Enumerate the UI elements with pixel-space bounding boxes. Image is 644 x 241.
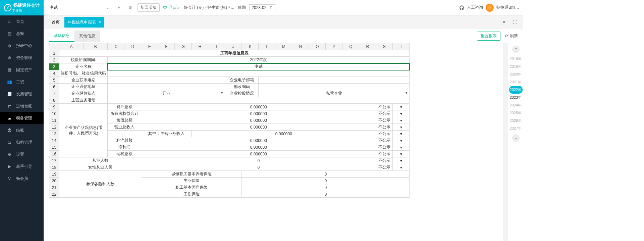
insurance-value[interactable]: 0: [242, 184, 410, 191]
col-head[interactable]: E: [141, 43, 158, 50]
row-head[interactable]: 9: [49, 104, 59, 110]
close-all-button[interactable]: ✕: [500, 18, 508, 26]
col-head[interactable]: N: [292, 43, 309, 50]
holding-select[interactable]: 私营企业: [259, 90, 410, 97]
col-head[interactable]: M: [275, 43, 292, 50]
col-head[interactable]: J: [225, 43, 242, 50]
fin-value[interactable]: 0.000000: [141, 104, 376, 110]
col-head[interactable]: T: [393, 43, 410, 50]
year-item[interactable]: 2026年: [509, 117, 523, 125]
fin-value[interactable]: 0.000000: [141, 144, 376, 151]
company-settings-button[interactable]: ⚙: [126, 4, 134, 12]
dropdown-icon[interactable]: ▾: [393, 144, 410, 151]
user-name[interactable]: 畅捷通B组…: [496, 5, 519, 10]
row-head[interactable]: 4: [49, 70, 59, 77]
publish-select[interactable]: 不公示: [376, 157, 393, 164]
row-head[interactable]: 2: [49, 57, 59, 63]
publish-select[interactable]: 不公示: [376, 104, 393, 110]
row-head[interactable]: 16: [49, 151, 59, 157]
row-head[interactable]: 1: [49, 50, 59, 57]
year-item[interactable]: 2018年: [509, 55, 523, 63]
publish-select[interactable]: 不公示: [376, 117, 393, 124]
fullscreen-button[interactable]: ⛶: [511, 18, 519, 26]
row-head[interactable]: 6: [49, 84, 59, 90]
phone-input[interactable]: [108, 77, 225, 84]
period-select[interactable]: 2023-02 🗓: [249, 4, 275, 11]
row-head[interactable]: 11: [49, 117, 59, 124]
female-employee-value[interactable]: 0: [141, 164, 376, 171]
sidebar-item-invoice[interactable]: 🧾发票管理: [0, 88, 44, 100]
dropdown-icon[interactable]: ▾: [393, 157, 410, 164]
row-head[interactable]: 8: [49, 97, 59, 104]
zip-input[interactable]: [259, 84, 410, 90]
sidebar-item-fund[interactable]: ⊕资金管理: [0, 52, 44, 64]
year-item[interactable]: 2025年: [509, 109, 523, 117]
col-head[interactable]: A: [59, 43, 84, 50]
sidebar-item-report[interactable]: ⬗报表中心: [0, 40, 44, 52]
year-item[interactable]: 2022年: [509, 86, 523, 94]
dropdown-icon[interactable]: ▾: [393, 137, 410, 144]
dropdown-icon[interactable]: ▾: [393, 104, 410, 110]
spreadsheet[interactable]: ABCDEFGHIJKLMNOPQRST1工商年报信息表2税款所属期间:2022…: [44, 43, 503, 241]
row-head[interactable]: 14: [49, 137, 59, 144]
dropdown-icon[interactable]: ▾: [393, 110, 410, 117]
refresh-button[interactable]: ⟳ 刷新: [505, 33, 518, 39]
publish-select[interactable]: 不公示: [376, 124, 393, 131]
inner-tab-other[interactable]: 其他信息: [74, 31, 100, 42]
sidebar-item-vip[interactable]: V畅会员: [0, 173, 44, 185]
row-head[interactable]: 20: [49, 178, 59, 184]
row-head[interactable]: 5: [49, 77, 59, 84]
insurance-value[interactable]: 0: [242, 171, 410, 178]
insurance-value[interactable]: 0: [242, 178, 410, 184]
col-head[interactable]: L: [259, 43, 275, 50]
col-head[interactable]: H: [192, 43, 208, 50]
reset-report-button[interactable]: 重置报表: [477, 32, 500, 41]
col-head[interactable]: O: [309, 43, 326, 50]
fin-value[interactable]: 0.000000: [141, 124, 376, 131]
main-biz-input[interactable]: [108, 97, 410, 104]
row-head[interactable]: 10: [49, 110, 59, 117]
row-head[interactable]: 15: [49, 144, 59, 151]
col-head[interactable]: F: [158, 43, 175, 50]
year-up-button[interactable]: ⌃: [512, 46, 520, 53]
year-item[interactable]: 2027年: [509, 125, 523, 132]
sidebar-item-ledger[interactable]: ▤总账: [0, 28, 44, 40]
dropdown-icon[interactable]: ▾: [393, 151, 410, 157]
support-link[interactable]: 人工咨询: [467, 5, 483, 10]
year-item[interactable]: 2021年: [509, 78, 523, 86]
row-head[interactable]: 21: [49, 184, 59, 191]
row-head[interactable]: 7: [49, 90, 59, 97]
switch-old-button[interactable]: 切回旧版: [138, 3, 160, 12]
insurance-value[interactable]: 0: [242, 191, 410, 198]
col-head[interactable]: I: [208, 43, 225, 50]
fin-value[interactable]: 0.000000: [141, 117, 376, 124]
avatar[interactable]: [486, 4, 494, 12]
col-head[interactable]: S: [376, 43, 393, 50]
sidebar-item-close-period[interactable]: ⏻结账: [0, 124, 44, 136]
sidebar-item-asset[interactable]: ▦固定资产: [0, 64, 44, 76]
row-head[interactable]: 13: [49, 131, 59, 137]
sidebar-item-home[interactable]: ⌂首页: [0, 15, 44, 28]
publish-select[interactable]: 不公示: [376, 151, 393, 157]
year-item[interactable]: 2019年: [509, 63, 523, 70]
inner-tab-basic[interactable]: 基础信息: [49, 30, 74, 42]
company-name-input[interactable]: 测试: [108, 63, 410, 70]
year-down-button[interactable]: ⌄: [512, 134, 520, 142]
add-company-button[interactable]: ＋: [115, 4, 123, 12]
publish-select[interactable]: 不公示: [376, 131, 393, 137]
row-head[interactable]: 19: [49, 171, 59, 178]
publish-select[interactable]: 不公示: [376, 164, 393, 171]
publish-select[interactable]: 不公示: [376, 110, 393, 117]
col-head[interactable]: P: [326, 43, 342, 50]
publish-select[interactable]: 不公示: [376, 144, 393, 151]
col-head[interactable]: K: [242, 43, 259, 50]
reg-no-input[interactable]: [108, 70, 410, 77]
email-input[interactable]: [259, 77, 410, 84]
scrollbar-vertical[interactable]: [503, 43, 508, 241]
company-select[interactable]: 测试 ⌄: [48, 3, 111, 12]
sidebar-item-tax[interactable]: ☁税务管理: [0, 112, 44, 124]
year-item[interactable]: 2024年: [509, 101, 523, 109]
tab-home[interactable]: 首页: [47, 15, 64, 29]
sidebar-item-settings[interactable]: ⚙设置: [0, 148, 44, 160]
col-head[interactable]: [49, 43, 59, 50]
